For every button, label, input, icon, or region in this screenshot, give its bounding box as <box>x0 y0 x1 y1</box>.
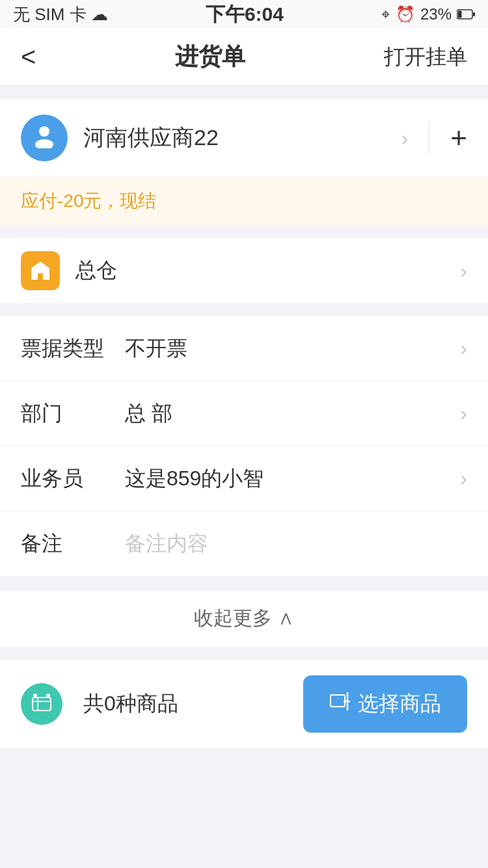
supplier-name: 河南供应商22 <box>83 123 401 153</box>
remark-input[interactable]: 备注内容 <box>112 530 467 558</box>
bottom-bar: 共0种商品 选择商品 <box>0 660 488 748</box>
notice-text: 应付-20元，现结 <box>21 191 156 211</box>
supplier-actions: › + <box>401 122 467 154</box>
supplier-row[interactable]: 河南供应商22 › + <box>0 99 488 177</box>
sales-label: 业务员 <box>21 465 112 493</box>
dept-value: 总 部 <box>112 400 460 428</box>
location-icon: ⌖ <box>381 5 390 23</box>
collapse-label: 收起更多 ∧ <box>194 605 293 632</box>
battery-percent: 23% <box>420 5 452 23</box>
svg-rect-2 <box>458 11 462 18</box>
select-product-button[interactable]: 选择商品 <box>303 675 467 733</box>
back-button[interactable]: < <box>21 42 36 72</box>
svg-rect-1 <box>473 12 475 16</box>
invoice-value: 不开票 <box>112 334 460 363</box>
product-count-text: 共0种商品 <box>83 690 282 718</box>
select-product-label: 选择商品 <box>358 690 441 718</box>
form-section: 票据类型 不开票 › 部门 总 部 › 业务员 这是859的小智 › 备注 备注… <box>0 316 488 576</box>
status-time: 下午6:04 <box>206 1 284 28</box>
avatar-icon <box>31 122 57 154</box>
collapse-row[interactable]: 收起更多 ∧ <box>0 590 488 647</box>
dept-row[interactable]: 部门 总 部 › <box>0 381 488 446</box>
status-bar: 无 SIM 卡 ☁ 下午6:04 ⌖ ⏰ 23% <box>0 0 488 29</box>
chevron-right-icon: › <box>401 126 409 150</box>
warehouse-section[interactable]: 总仓 › <box>0 238 488 303</box>
warehouse-icon-container <box>21 251 60 290</box>
divider <box>429 122 429 154</box>
svg-point-9 <box>46 694 50 698</box>
product-count-icon <box>21 683 62 725</box>
avatar <box>21 115 68 161</box>
content: 河南供应商22 › + 应付-20元，现结 总仓 › 票据类型 不开票 <box>0 99 488 748</box>
warehouse-row[interactable]: 总仓 › <box>0 238 488 303</box>
sales-value: 这是859的小智 <box>112 465 460 493</box>
select-product-icon <box>329 691 350 717</box>
alarm-icon: ⏰ <box>396 5 415 23</box>
supplier-section: 河南供应商22 › + 应付-20元，现结 <box>0 99 488 225</box>
sales-chevron-icon: › <box>460 467 467 491</box>
open-pending-button[interactable]: 打开挂单 <box>384 43 467 72</box>
notice-banner: 应付-20元，现结 <box>0 177 488 225</box>
svg-point-4 <box>35 139 53 148</box>
dept-chevron-icon: › <box>460 401 467 426</box>
svg-point-8 <box>33 694 37 698</box>
invoice-label: 票据类型 <box>21 334 112 363</box>
svg-rect-10 <box>331 695 345 707</box>
remark-row[interactable]: 备注 备注内容 <box>0 511 488 576</box>
status-right: ⌖ ⏰ 23% <box>381 5 475 23</box>
invoice-row[interactable]: 票据类型 不开票 › <box>0 316 488 381</box>
dept-label: 部门 <box>21 400 112 428</box>
svg-rect-5 <box>33 698 51 711</box>
nav-bar: < 进货单 打开挂单 <box>0 29 488 86</box>
svg-point-3 <box>39 126 49 137</box>
battery-icon <box>457 5 475 23</box>
page-title: 进货单 <box>175 41 245 73</box>
remark-label: 备注 <box>21 530 112 558</box>
sales-row[interactable]: 业务员 这是859的小智 › <box>0 446 488 511</box>
status-carrier: 无 SIM 卡 ☁ <box>13 3 108 26</box>
add-button[interactable]: + <box>450 122 467 154</box>
warehouse-chevron-icon: › <box>460 259 467 283</box>
warehouse-name: 总仓 <box>75 256 460 285</box>
invoice-chevron-icon: › <box>460 336 467 360</box>
